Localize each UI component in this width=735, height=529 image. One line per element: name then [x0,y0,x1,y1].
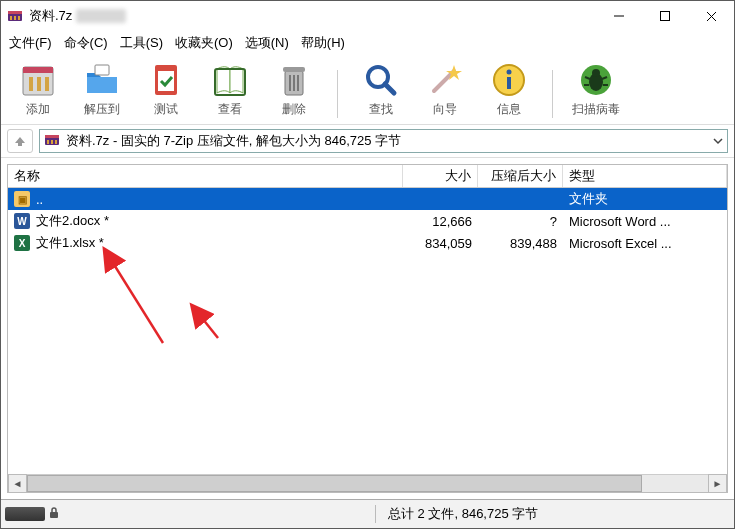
menu-cmd[interactable]: 命令(C) [64,34,108,52]
cell-packed: 839,488 [478,236,563,251]
app-icon [7,8,23,24]
find-label: 查找 [369,101,393,118]
clipboard-check-icon [145,59,187,101]
table-row[interactable]: X文件1.xlsx *834,059839,488Microsoft Excel… [8,232,727,254]
folder-extract-icon [81,59,123,101]
svg-point-28 [507,70,512,75]
table-row[interactable]: ▣..文件夹 [8,188,727,210]
menubar: 文件(F) 命令(C) 工具(S) 收藏夹(O) 选项(N) 帮助(H) [1,31,734,55]
add-label: 添加 [26,101,50,118]
maximize-button[interactable] [642,1,688,31]
pathbar: 资料.7z - 固实的 7-Zip 压缩文件, 解包大小为 846,725 字节 [1,125,734,158]
find-button[interactable]: 查找 [354,59,408,118]
svg-rect-40 [51,140,53,144]
svg-rect-6 [661,12,670,21]
path-combobox[interactable]: 资料.7z - 固实的 7-Zip 压缩文件, 解包大小为 846,725 字节 [39,129,728,153]
svg-rect-11 [29,77,33,91]
svg-rect-39 [47,140,49,144]
svg-rect-4 [18,16,20,20]
statusbar: 总计 2 文件, 846,725 字节 [1,499,734,528]
wizard-label: 向导 [433,101,457,118]
wizard-button[interactable]: 向导 [418,59,472,118]
col-size[interactable]: 大小 [403,165,478,187]
scroll-track[interactable] [27,475,708,492]
view-button[interactable]: 查看 [203,59,257,118]
wand-icon [424,59,466,101]
title-blurred-part [76,9,126,23]
cell-type: Microsoft Word ... [563,214,727,229]
scroll-left-button[interactable]: ◄ [8,474,27,493]
svg-rect-16 [158,71,174,91]
chevron-down-icon [713,134,723,149]
titlebar: 资料.7z [1,1,734,31]
col-packed[interactable]: 压缩后大小 [478,165,563,187]
trash-icon [273,59,315,101]
svg-rect-2 [10,16,12,20]
horizontal-scrollbar[interactable]: ◄ ► [8,474,727,492]
scroll-right-button[interactable]: ► [708,474,727,493]
cell-name: ▣.. [8,191,403,207]
info-button[interactable]: 信息 [482,59,536,118]
menu-fav[interactable]: 收藏夹(O) [175,34,233,52]
table-row[interactable]: W文件2.docx *12,666?Microsoft Word ... [8,210,727,232]
archive-add-icon [17,59,59,101]
lock-icon [48,507,60,522]
delete-label: 删除 [282,101,306,118]
svg-line-24 [385,84,394,93]
svg-point-32 [592,69,600,77]
list-rows: ▣..文件夹W文件2.docx *12,666?Microsoft Word .… [8,188,727,474]
col-type[interactable]: 类型 [563,165,727,187]
status-summary: 总计 2 文件, 846,725 字节 [375,505,734,523]
archive-icon [44,132,60,151]
info-label: 信息 [497,101,521,118]
info-icon [488,59,530,101]
menu-options[interactable]: 选项(N) [245,34,289,52]
svg-rect-13 [45,77,49,91]
add-button[interactable]: 添加 [11,59,65,118]
scan-button[interactable]: 扫描病毒 [569,59,623,118]
col-name[interactable]: 名称 [8,165,403,187]
disk-icon [5,507,45,521]
svg-rect-3 [14,16,16,20]
delete-button[interactable]: 删除 [267,59,321,118]
test-label: 测试 [154,101,178,118]
cell-name: W文件2.docx * [8,212,403,230]
view-label: 查看 [218,101,242,118]
svg-line-43 [202,318,218,338]
virus-scan-icon [575,59,617,101]
minimize-button[interactable] [596,1,642,31]
file-list: 名称 大小 压缩后大小 类型 ▣..文件夹W文件2.docx *12,666?M… [7,164,728,493]
menu-help[interactable]: 帮助(H) [301,34,345,52]
toolbar-separator [337,70,338,118]
cell-packed: ? [478,214,563,229]
svg-rect-10 [23,67,53,73]
toolbar-separator-2 [552,70,553,118]
menu-file[interactable]: 文件(F) [9,34,52,52]
svg-rect-41 [55,140,57,144]
search-icon [360,59,402,101]
up-button[interactable] [7,129,33,153]
scan-label: 扫描病毒 [572,101,620,118]
svg-line-42 [113,263,163,343]
svg-rect-14 [95,65,109,75]
cell-name: X文件1.xlsx * [8,234,403,252]
book-icon [209,59,251,101]
svg-rect-29 [507,77,511,89]
app-window: 资料.7z 文件(F) 命令(C) 工具(S) 收藏夹(O) 选项(N) 帮助(… [0,0,735,529]
close-button[interactable] [688,1,734,31]
svg-rect-44 [50,512,58,518]
svg-rect-38 [45,135,59,138]
status-left [1,507,375,522]
path-text: 资料.7z - 固实的 7-Zip 压缩文件, 解包大小为 846,725 字节 [66,132,401,150]
cell-type: Microsoft Excel ... [563,236,727,251]
extract-button[interactable]: 解压到 [75,59,129,118]
svg-rect-12 [37,77,41,91]
list-header: 名称 大小 压缩后大小 类型 [8,165,727,188]
cell-size: 12,666 [403,214,478,229]
window-controls [596,1,734,31]
scroll-thumb[interactable] [27,475,642,492]
svg-rect-19 [283,67,305,72]
test-button[interactable]: 测试 [139,59,193,118]
menu-tools[interactable]: 工具(S) [120,34,163,52]
extract-label: 解压到 [84,101,120,118]
